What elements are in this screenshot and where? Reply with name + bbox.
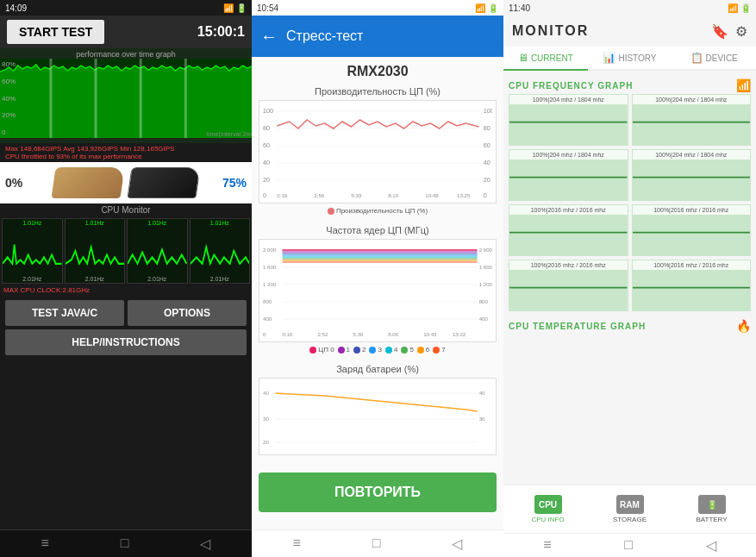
tab-device[interactable]: 📋 DEVICE [672, 47, 756, 69]
panel2-home-icon[interactable]: □ [372, 535, 381, 552]
cpu-temp-section-title: CPU TEMPERATURE GRAPH [509, 322, 646, 331]
svg-text:1 200: 1 200 [263, 282, 277, 287]
tab-history[interactable]: 📊 HISTORY [588, 47, 672, 69]
tab-current[interactable]: 🖥 CURRENT [503, 47, 588, 71]
svg-text:800: 800 [479, 299, 489, 304]
cpu-freq-legend: ЦП 0 1 2 3 4 5 6 7 [259, 346, 497, 354]
panel3-back-icon[interactable]: ◁ [706, 537, 716, 554]
cpu-freq-section-title: CPU FREQUENCY GRAPH [509, 81, 633, 91]
cpu-perf-title: Производительность ЦП (%) [259, 86, 497, 97]
test-java-button[interactable]: TEST JAVA/C [5, 300, 124, 326]
svg-text:20: 20 [263, 177, 270, 184]
start-test-button[interactable]: START TEST [7, 20, 104, 44]
svg-text:8:10: 8:10 [388, 193, 399, 198]
svg-rect-9 [191, 219, 250, 283]
panel2-back-icon[interactable]: ◁ [452, 535, 462, 552]
svg-text:1 600: 1 600 [479, 265, 492, 270]
panel2-menu-icon[interactable]: ≡ [292, 535, 300, 552]
nav-storage[interactable]: RAM STORAGE [589, 495, 671, 523]
battery-icon: 🔋 [698, 495, 726, 514]
panel1-time: 14:09 [5, 3, 27, 13]
panel3-header: MONITOR 🔖 ⚙ [503, 16, 756, 47]
cpu-core-3: 1.01Hz 2.01Hz [190, 218, 251, 284]
battery-svg: 40 40 30 30 20 [263, 382, 492, 451]
svg-text:20: 20 [484, 177, 490, 184]
core3-svg [191, 219, 250, 283]
device-name: RMX2030 [259, 64, 497, 79]
battery-section: Заряд батареи (%) 40 40 30 30 20 [259, 364, 497, 455]
device-tab-icon: 📋 [690, 52, 703, 64]
panel3-menu-icon[interactable]: ≡ [543, 537, 551, 554]
help-button[interactable]: HELP/INSTRUCTIONS [5, 329, 247, 355]
menu-icon[interactable]: ≡ [41, 535, 48, 552]
svg-text:10:48: 10:48 [425, 193, 439, 198]
svg-text:2:56: 2:56 [314, 193, 325, 198]
graph-area: 80% 60% 40% 20% 0 [0, 59, 252, 138]
home-icon[interactable]: □ [121, 535, 129, 552]
settings-icon[interactable]: ⚙ [735, 23, 747, 40]
panel3-time: 11:40 [509, 3, 530, 13]
panel1-benchmark: 14:09 📶 🔋 START TEST 15:00:1 performance… [0, 0, 252, 557]
bookmark-icon[interactable]: 🔖 [711, 23, 728, 40]
svg-text:40: 40 [263, 160, 270, 166]
cpu-freq-cell-6: 100%|2016 mhz / 2016 mhz [509, 260, 628, 311]
panel2-content: RMX2030 Производительность ЦП (%) 100 80… [252, 57, 503, 529]
tab-current-label: CURRENT [531, 53, 573, 63]
monitor-title: MONITOR [512, 23, 589, 39]
svg-rect-6 [3, 219, 62, 283]
panel3-monitor: 11:40 📶 🔋 MONITOR 🔖 ⚙ 🖥 CURRENT 📊 HISTOR… [503, 0, 756, 557]
cpu-freq-cell-4: 100%|2016 mhz / 2016 mhz [509, 204, 628, 256]
svg-rect-3 [140, 59, 142, 138]
graph-label: performance over time graph [0, 48, 252, 59]
nav-cpu-info[interactable]: CPU CPU INFO [507, 495, 589, 523]
svg-text:13:25: 13:25 [457, 193, 471, 198]
svg-text:400: 400 [479, 316, 489, 322]
panel3-navbar: CPU CPU INFO RAM STORAGE 🔋 BATTERY [503, 485, 756, 533]
nav-battery[interactable]: 🔋 BATTERY [671, 495, 753, 523]
panel1-navbar: ≡ □ ◁ [0, 529, 252, 557]
cpu-freq-section: Частота ядер ЦП (МГц) 2 000 1 600 1 200 … [259, 225, 497, 354]
cpu-freq-svg: 2 000 1 600 1 200 800 400 0 2 000 1 600 … [263, 243, 492, 338]
panel3-home-icon[interactable]: □ [624, 537, 633, 554]
cpu-freq-cell-7: 100%|2016 mhz / 2016 mhz [632, 260, 752, 311]
svg-text:1 200: 1 200 [479, 282, 492, 287]
cpu-freq-cell-1: 100%|204 mhz / 1804 mhz [632, 94, 752, 146]
svg-text:80: 80 [484, 125, 490, 132]
cpu-core-1: 1.01Hz 2.01Hz [65, 218, 126, 284]
svg-text:40: 40 [484, 160, 490, 166]
back-button[interactable]: ← [260, 27, 278, 47]
svg-text:0: 0 [263, 332, 266, 337]
panel2-navbar: ≡ □ ◁ [252, 529, 503, 557]
repeat-button[interactable]: ПОВТОРИТЬ [259, 473, 497, 512]
svg-rect-1 [49, 59, 52, 138]
core2-svg [128, 219, 187, 283]
battery-chart: 40 40 30 30 20 [259, 378, 497, 455]
perf-max: Max 148,684GIPS Avg 143,926GIPS Min 128,… [5, 145, 247, 153]
cpu-freq-cell-5: 100%|2016 mhz / 2016 mhz [632, 204, 752, 256]
ad-percent-right: 75% [222, 176, 247, 190]
storage-icon: RAM [616, 495, 644, 514]
svg-text:40: 40 [479, 391, 485, 396]
cpu-freq-cell-0: 100%|204 mhz / 1804 mhz [509, 94, 628, 146]
cpu-core-0: 1.01Hz 2.01Hz [2, 218, 63, 284]
svg-text:100: 100 [263, 108, 273, 115]
svg-text:0:19: 0:19 [277, 193, 288, 198]
svg-text:5:30: 5:30 [353, 332, 364, 337]
ad-banner[interactable]: 0% 75% [0, 162, 252, 203]
svg-text:0: 0 [484, 192, 487, 199]
cpu-freq-cell-2: 100%|204 mhz / 1804 mhz [509, 149, 628, 201]
svg-text:40: 40 [263, 391, 269, 396]
cpu-monitor-grid: 1.01Hz 2.01Hz 1.01Hz 2.01Hz 1.01Hz 2.01H… [0, 216, 252, 285]
options-button[interactable]: OPTIONS [128, 300, 247, 326]
tab-device-label: DEVICE [706, 53, 738, 63]
svg-text:2 000: 2 000 [479, 247, 492, 253]
btn-row-1: TEST JAVA/C OPTIONS [5, 300, 247, 326]
svg-text:60: 60 [263, 142, 270, 149]
shoe-right-image [127, 167, 200, 198]
shoe-left-image [51, 167, 124, 198]
panel3-statusbar: 11:40 📶 🔋 [503, 0, 756, 16]
header-icons: 🔖 ⚙ [711, 23, 747, 40]
cpu-perf-legend: Производительность ЦП (%) [259, 207, 497, 215]
back-icon[interactable]: ◁ [200, 535, 210, 552]
panel2-stress-test: 10:54 📶 🔋 ← Стресс-тест RMX2030 Производ… [252, 0, 503, 557]
